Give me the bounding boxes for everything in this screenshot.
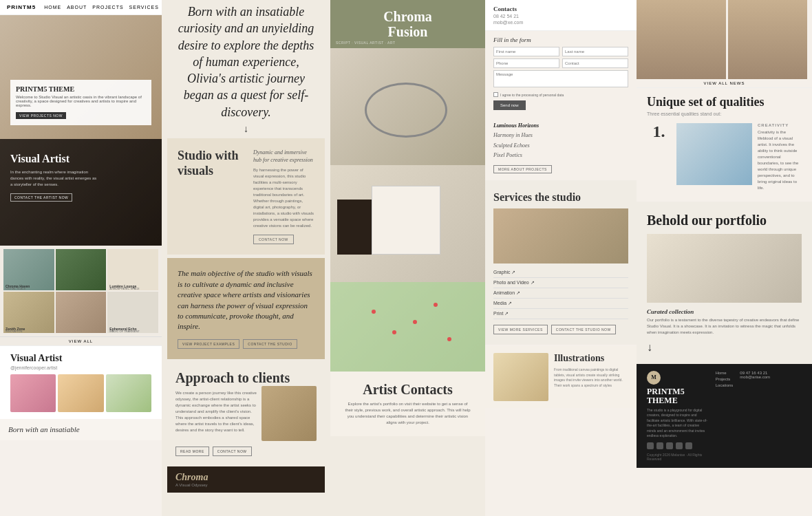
- facebook-icon[interactable]: [666, 442, 673, 449]
- message-textarea[interactable]: [493, 70, 628, 87]
- view-all-row[interactable]: VIEW ALL: [0, 336, 162, 345]
- project-sub-3: INNOVATION: [6, 330, 22, 333]
- service-print[interactable]: Print ↗: [493, 309, 628, 319]
- map-box: [330, 282, 485, 372]
- chroma-subtitle-small: A Visual Odyssey: [175, 483, 208, 487]
- project-item-plant[interactable]: [56, 249, 107, 290]
- column-5: VIEW ALL NEWS Unique set of qualities Th…: [637, 0, 812, 516]
- nav-home[interactable]: HOME: [44, 5, 61, 10]
- footer-link-projects[interactable]: Projects: [716, 377, 734, 381]
- objective-box: The main objective of the studio with vi…: [167, 258, 325, 358]
- contact-studio-btn[interactable]: CONTACT THE STUDIO: [243, 339, 297, 349]
- view-project-btn[interactable]: VIEW PROJECT EXAMPLES: [178, 339, 239, 349]
- footer-email: mob@arise.com: [740, 375, 802, 379]
- project-item-zenith[interactable]: Zenith Zone INNOVATION: [3, 292, 54, 333]
- map-overlay: [330, 282, 485, 372]
- page-wrapper: PRINTM5 HOME ABOUT PROJECTS SERVICES CON…: [0, 0, 812, 516]
- form-box: Fill in the form I agree to the processi…: [485, 31, 637, 116]
- ac-body: Explore the artist's portfolio on visit …: [344, 401, 471, 426]
- portfolio-image: [647, 234, 802, 303]
- footer-dark: M PRINTM5THEME The studio is a playgroun…: [637, 364, 812, 468]
- read-more-btn[interactable]: READ MORE: [175, 447, 209, 456]
- quality-item-1: 1. CREATIVITY Creativity is the lifebloo…: [647, 123, 802, 191]
- illus-inner: Illustrations From traditional canvas pa…: [493, 353, 628, 401]
- projects-list: Luminous Horizons Harmony in Hues Sculpt…: [485, 116, 637, 179]
- project-item-vase[interactable]: [56, 292, 107, 333]
- news-image-1: [637, 0, 726, 79]
- services-title: Services the studio: [493, 191, 628, 205]
- va-btn[interactable]: CONTACT THE ARTIST NOW: [10, 193, 72, 202]
- studio-right: Dynamic and immersive hub for creative e…: [246, 149, 314, 244]
- behance-icon[interactable]: [647, 442, 654, 449]
- hero-cta-button[interactable]: VIEW PROJECTS NOW: [16, 112, 66, 119]
- project-item-chroma-haven[interactable]: Chroma Haven DIGITAL SCALE: [3, 249, 54, 290]
- map-dot-3: [392, 330, 396, 334]
- more-projects-btn[interactable]: MORE ABOUT PROJECTS: [493, 165, 552, 173]
- last-name-input[interactable]: [562, 47, 628, 56]
- approach-box: Approach to clients We create a person j…: [167, 363, 325, 463]
- news-person-img: [637, 0, 726, 79]
- project-item-ephemeral[interactable]: Ephemeral Echo MAGIC OF TRANSIENT: [107, 292, 158, 333]
- phone-input[interactable]: [493, 58, 559, 68]
- contact-now-btn[interactable]: CONTACT NOW: [213, 447, 252, 456]
- agree-checkbox[interactable]: [493, 92, 498, 97]
- footer-copy: Copyright 2026 Melanise · All Rights Res…: [647, 453, 709, 461]
- column-3: ChromaFusion SCRIPT · VISUAL ARTIST · AR…: [330, 0, 485, 516]
- nav-projects[interactable]: PROJECTS: [92, 5, 123, 10]
- nav-bar: PRINTM5 HOME ABOUT PROJECTS SERVICES CON…: [0, 0, 162, 15]
- service-animation[interactable]: Animation ↗: [493, 288, 628, 299]
- cf-tags: SCRIPT · VISUAL ARTIST · ART: [336, 41, 396, 45]
- studio-contact-btn[interactable]: CONTACT NOW: [253, 235, 294, 244]
- view-all-news-row[interactable]: VIEW ALL NEWS: [637, 79, 812, 88]
- illus-title: Illustrations: [554, 353, 628, 365]
- approach-title: Approach to clients: [175, 369, 317, 386]
- project-sub-2: ATMOSPHERIC SPACE: [109, 287, 139, 290]
- va2-section: Visual Artist @jennifercooper.artist: [0, 345, 162, 419]
- contacts-phone: 08 42 54 21: [493, 14, 628, 19]
- footer-icon: M: [647, 371, 661, 385]
- ac-title: Artist Contacts: [344, 382, 471, 398]
- studio-title: Studio with visuals: [178, 149, 246, 244]
- studio-left: Studio with visuals Dynamic and immersiv…: [178, 149, 314, 244]
- services-list: Graphic ↗ Photo and Video ↗ Animation ↗ …: [493, 268, 628, 319]
- contacts-label: Contacts: [493, 6, 628, 12]
- service-graphic[interactable]: Graphic ↗: [493, 268, 628, 278]
- contacts-email: mob@xe.com: [493, 20, 628, 25]
- services-box: Services the studio Graphic ↗ Photo and …: [485, 180, 637, 345]
- cf-title: ChromaFusion: [383, 9, 432, 39]
- contact-studio-now-btn[interactable]: CONTACT THE STUDIO NOW: [551, 325, 616, 334]
- va2-handle: @jennifercooper.artist: [10, 365, 151, 370]
- footer-logo-area: M PRINTM5THEME The studio is a playgroun…: [647, 371, 709, 461]
- submit-button[interactable]: Send now: [493, 100, 526, 110]
- va-content: Visual Artist In the enchanting realm wh…: [10, 153, 100, 202]
- pl-item-1: Luminous Horizons: [493, 121, 628, 131]
- footer-link-locations[interactable]: Locations: [716, 383, 734, 387]
- va2-title: Visual Artist: [10, 353, 151, 364]
- flower-img-2: [58, 374, 103, 412]
- portfolio-body: Our portfolio is a testament to the dive…: [647, 317, 802, 336]
- linkedin-icon[interactable]: [685, 442, 692, 449]
- chroma-title-small: Chroma: [175, 472, 208, 483]
- first-name-input[interactable]: [493, 47, 559, 56]
- qualities-title: Unique set of qualities: [647, 95, 802, 110]
- nav-services[interactable]: SERVICES: [129, 5, 159, 10]
- twitter-icon[interactable]: [676, 442, 683, 449]
- nav-about[interactable]: ABOUT: [67, 5, 87, 10]
- footer-link-home[interactable]: Home: [716, 371, 734, 375]
- news-images: [637, 0, 812, 79]
- quality-body-1: Creativity is the lifeblood of a visual …: [758, 129, 802, 191]
- col2-hero-text: Born with an insatiable curiosity and an…: [162, 0, 330, 124]
- service-media[interactable]: Media ↗: [493, 299, 628, 309]
- column-2: Born with an insatiable curiosity and an…: [162, 0, 330, 516]
- contact-input[interactable]: [562, 58, 628, 68]
- pl-item-3: Sculpted Echoes: [493, 141, 628, 151]
- column-4: Contacts 08 42 54 21 mob@xe.com Fill in …: [485, 0, 637, 516]
- pl-item-4: Pixel Poetics: [493, 151, 628, 160]
- view-more-services-btn[interactable]: VIEW MORE SERVICES: [493, 325, 548, 334]
- instagram-icon[interactable]: [656, 442, 663, 449]
- portfolio-title: Behold our portfolio: [647, 212, 802, 228]
- project-item-lumiere[interactable]: Lumière Lounge ATMOSPHERIC SPACE: [107, 249, 158, 290]
- gallery-light-block: [372, 186, 440, 255]
- column-1: PRINTM5 HOME ABOUT PROJECTS SERVICES CON…: [0, 0, 162, 516]
- service-photo[interactable]: Photo and Video ↗: [493, 278, 628, 288]
